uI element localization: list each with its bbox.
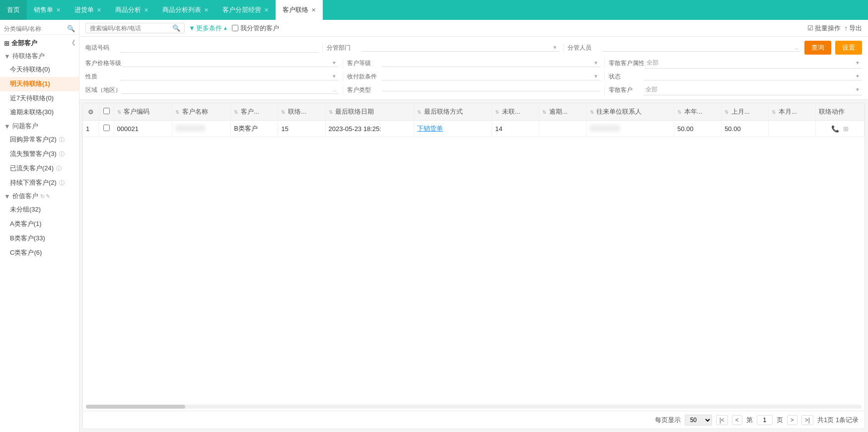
nav-product-analysis[interactable]: 商品分析 ✕ — [108, 0, 155, 20]
nav-purchase[interactable]: 进货单 ✕ — [68, 0, 108, 20]
collapse-icon[interactable]: 《 — [69, 39, 75, 48]
sidebar-item-declining[interactable]: 持续下滑客户(2) ⓘ — [0, 176, 79, 190]
value-level-select[interactable]: ▼ — [121, 59, 339, 67]
th-name: ⇅ 客户名称 — [172, 103, 231, 121]
sidebar-item-churned[interactable]: 已流失客户(24) ⓘ — [0, 161, 79, 176]
last-page-btn[interactable]: >| — [801, 415, 813, 425]
top-nav: 首页 销售单 ✕ 进货单 ✕ 商品分析 ✕ 商品分析列表 ✕ 客户分层经营 ✕ … — [0, 0, 868, 20]
nav-home[interactable]: 首页 — [0, 0, 27, 20]
close-contact-icon[interactable]: ✕ — [311, 7, 316, 13]
scrollbar-track[interactable] — [86, 405, 862, 409]
close-product-list-icon[interactable]: ✕ — [204, 7, 209, 13]
sidebar-item-b-class[interactable]: B类客户(33) — [0, 231, 79, 246]
sidebar-item-c-class[interactable]: C类客户(6) — [0, 246, 79, 260]
sidebar-item-tomorrow[interactable]: 明天待联络(1) — [0, 77, 79, 91]
close-tier-icon[interactable]: ✕ — [264, 7, 269, 13]
scrollbar-thumb[interactable] — [86, 405, 185, 409]
edit-icon[interactable]: ✎ — [46, 193, 50, 200]
col-sort-contact-icon: ⇅ — [281, 109, 285, 115]
customer-type-select[interactable] — [382, 89, 600, 91]
nav-sales[interactable]: 销售单 ✕ — [27, 0, 68, 20]
query-btn[interactable]: 查询 — [804, 41, 831, 55]
area-select[interactable]: ... — [121, 86, 339, 94]
th-gear[interactable]: ⚙ — [83, 103, 99, 121]
phone-input[interactable] — [120, 43, 318, 53]
td-this-year: 50.00 — [674, 121, 721, 137]
phone-action-icon[interactable]: 📞 — [831, 125, 839, 133]
prev-page-btn[interactable]: < — [732, 415, 742, 425]
nature-chevron-icon: ▼ — [332, 73, 337, 79]
more-filters-btn[interactable]: ▼ 更多条件 ▲ — [189, 24, 228, 33]
pending-group[interactable]: ▼ 待联络客户 — [0, 50, 79, 63]
sidebar-item-a-class[interactable]: A类客户(1) — [0, 217, 79, 231]
search-icon[interactable]: 🔍 — [172, 24, 180, 32]
area-field: 区域（地区） ... — [85, 86, 339, 94]
td-actions: 📞 ⊞ — [816, 121, 865, 137]
value-group[interactable]: ▼ 价值客户 ↻ ✎ — [0, 190, 79, 203]
phone-field: 电话号码 — [85, 43, 318, 53]
retail-attr-select[interactable]: 全部 ▼ — [645, 58, 862, 69]
per-page-select[interactable]: 50 100 200 — [685, 415, 712, 426]
batch-action-btn[interactable]: ☑ 批量操作 — [807, 24, 841, 33]
sidebar-item-churn-warning[interactable]: 流失预警客户(3) ⓘ — [0, 147, 79, 161]
table-footer: 每页显示 50 100 200 |< < 第 页 > >| 共1页 1条记录 — [83, 411, 865, 429]
status-select[interactable]: ▼ — [644, 72, 862, 80]
sidebar-search-input[interactable] — [4, 25, 67, 32]
main-layout: 🔍 ⊞ 全部客户 《 ▼ 待联络客户 今天待联络(0) 明天待联络(1) 近7天… — [0, 20, 868, 432]
retail-attr-chevron-icon: ▼ — [855, 60, 860, 66]
sidebar-search-icon[interactable]: 🔍 — [67, 25, 75, 32]
sidebar-item-7days[interactable]: 近7天待联络(0) — [0, 91, 79, 106]
sidebar: 🔍 ⊞ 全部客户 《 ▼ 待联络客户 今天待联络(0) 明天待联络(1) 近7天… — [0, 20, 79, 432]
problem-group[interactable]: ▼ 问题客户 — [0, 120, 79, 133]
customer-level-select[interactable]: ▼ — [382, 59, 600, 67]
grid-action-icon[interactable]: ⊞ — [843, 125, 849, 133]
customer-level-chevron-icon: ▼ — [593, 60, 598, 66]
info-icon-3: ⓘ — [59, 180, 65, 186]
gear-icon[interactable]: ⚙ — [88, 108, 94, 116]
sidebar-item-ungrouped[interactable]: 未分组(32) — [0, 203, 79, 217]
col-sort-code-icon: ⇅ — [117, 109, 121, 115]
my-customers-check-input[interactable] — [232, 25, 238, 31]
all-customers-header[interactable]: ⊞ 全部客户 《 — [0, 37, 79, 50]
customer-type-field: 客户类型 — [347, 86, 600, 94]
next-page-btn[interactable]: > — [787, 415, 797, 425]
divider-8 — [604, 85, 605, 95]
th-this-month: ⇅ 本月... — [769, 103, 816, 121]
grid-icon: ⊞ — [4, 40, 9, 47]
table-area: ⚙ ⇅ 客户编码 ⇅ 客户名称 — [82, 103, 865, 429]
nav-product-analysis-list[interactable]: 商品分析列表 ✕ — [155, 0, 216, 20]
nav-customer-contact[interactable]: 客户联络 ✕ — [276, 0, 323, 20]
page-input[interactable] — [757, 415, 773, 425]
my-customers-checkbox[interactable]: 我分管的客户 — [232, 24, 279, 33]
sidebar-item-today[interactable]: 今天待联络(0) — [0, 63, 79, 77]
close-purchase-icon[interactable]: ✕ — [97, 7, 101, 13]
sidebar-item-repurchase-abnormal[interactable]: 回购异常客户(2) ⓘ — [0, 133, 79, 147]
export-btn[interactable]: ↑ 导出 — [845, 24, 863, 33]
person-select[interactable]: ... — [602, 44, 800, 52]
filter-row-2: 客户价格等级 ▼ 客户等级 ▼ 零散客户属性 — [85, 58, 862, 69]
customer-name-blurred — [175, 125, 205, 132]
sidebar-item-overdue[interactable]: 逾期未联络(30) — [0, 105, 79, 120]
table-empty-space — [83, 137, 865, 405]
select-all-checkbox[interactable] — [103, 108, 110, 114]
search-input[interactable] — [90, 25, 172, 32]
nature-select[interactable]: ▼ — [120, 72, 339, 80]
first-page-btn[interactable]: |< — [716, 415, 728, 425]
th-overdue: ⇅ 逾期... — [539, 103, 586, 121]
retail-customer-select[interactable]: 全部 ▼ — [644, 84, 862, 95]
search-input-wrap[interactable]: 🔍 — [85, 23, 185, 33]
td-code: 000021 — [114, 121, 172, 137]
close-product-analysis-icon[interactable]: ✕ — [144, 7, 148, 13]
nav-customer-tier[interactable]: 客户分层经营 ✕ — [216, 0, 276, 20]
retail-customer-chevron-icon: ▼ — [855, 87, 860, 92]
check-icon: ☑ — [807, 24, 813, 32]
refresh-icon[interactable]: ↻ — [40, 193, 45, 200]
row-checkbox[interactable] — [103, 125, 110, 131]
th-action: 联络动作 — [816, 103, 865, 121]
settings-btn[interactable]: 设置 — [835, 41, 862, 55]
payment-select[interactable]: ▼ — [382, 72, 600, 80]
close-sales-icon[interactable]: ✕ — [56, 7, 61, 13]
dept-select[interactable]: ▼ — [362, 44, 560, 52]
last-method-link[interactable]: 下销货单 — [417, 125, 443, 132]
td-checkbox — [99, 121, 114, 137]
